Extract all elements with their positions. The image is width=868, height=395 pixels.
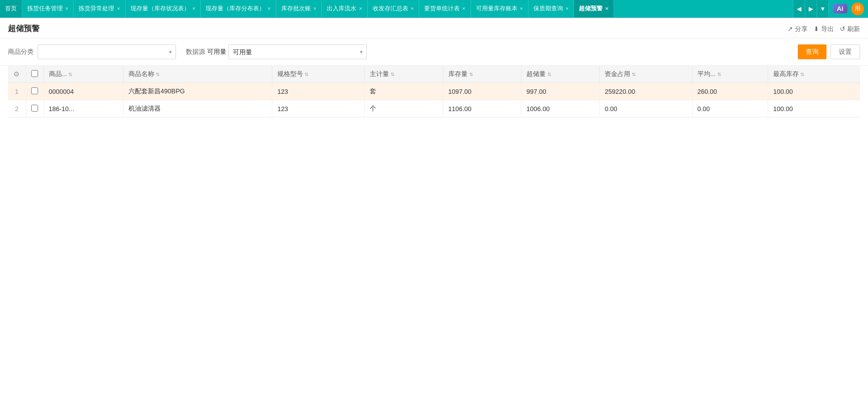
avatar[interactable]: 用 — [851, 2, 864, 15]
datasource-label: 数据源 — [186, 47, 205, 56]
nav-item-label-11: 超储预警 — [579, 4, 603, 13]
nav-close-icon-7[interactable]: × — [411, 6, 414, 11]
ai-badge[interactable]: Ai — [833, 4, 847, 13]
sort-icon-unit: ⇅ — [391, 72, 394, 77]
th-settings: ⚙ — [8, 66, 26, 83]
cell-avg-1: 0.00 — [692, 100, 768, 118]
th-stock[interactable]: 库存量 ⇅ — [443, 66, 521, 83]
datasource-value: 可用量 — [207, 47, 226, 56]
sort-icon-product-code: ⇅ — [68, 72, 72, 77]
select-all-checkbox[interactable] — [31, 70, 38, 77]
th-checkbox — [26, 66, 43, 83]
sort-icon-spec: ⇅ — [304, 72, 308, 77]
nav-close-icon-4[interactable]: × — [267, 6, 270, 11]
sort-icon-avg: ⇅ — [717, 72, 721, 77]
th-spec[interactable]: 规格型号 ⇅ — [272, 66, 365, 83]
nav-item-label-2: 拣货异常处理 — [79, 4, 114, 13]
nav-close-icon-3[interactable]: × — [192, 6, 195, 11]
row-settings-0: 1 — [8, 83, 26, 100]
category-filter: 商品分类 ▾ — [8, 44, 176, 59]
th-product-name[interactable]: 商品名称 ⇅ — [123, 66, 272, 83]
nav-item-label-10: 保质期查询 — [533, 4, 563, 13]
nav-close-icon-8[interactable]: × — [462, 6, 465, 11]
nav-item-label-6: 出入库流水 — [327, 4, 356, 13]
th-avg[interactable]: 平均... ⇅ — [692, 66, 768, 83]
nav-item-3[interactable]: 现存量（库存状况表） × — [126, 0, 201, 18]
cell-spec-0: 123 — [272, 83, 365, 100]
refresh-link[interactable]: ↺ 刷新 — [840, 25, 860, 34]
page-content: 超储预警 ↗ 分享 ⬇ 导出 ↺ 刷新 商品分类 ▾ — [0, 18, 868, 395]
cell-spec-1: 123 — [272, 100, 365, 118]
nav-item-7[interactable]: 收发存汇总表 × — [368, 0, 419, 18]
nav-item-2[interactable]: 拣货异常处理 × — [74, 0, 125, 18]
table-container: ⚙ 商品... ⇅ 商品名称 ⇅ — [0, 66, 868, 118]
cell-max_stock-1: 100.00 — [768, 100, 860, 118]
nav-item-8[interactable]: 要货单统计表 × — [419, 0, 471, 18]
page-actions: ↗ 分享 ⬇ 导出 ↺ 刷新 — [787, 25, 860, 34]
export-link[interactable]: ⬇ 导出 — [814, 25, 834, 34]
nav-item-label-8: 要货单统计表 — [424, 4, 460, 13]
nav-close-icon-9[interactable]: × — [520, 6, 523, 11]
nav-close-icon-6[interactable]: × — [359, 6, 362, 11]
cell-product_code-1: 186-10... — [43, 100, 123, 118]
row-checkbox-cell-1 — [26, 100, 43, 118]
th-capital[interactable]: 资金占用 ⇅ — [600, 66, 692, 83]
nav-next-button[interactable]: ▶ — [805, 0, 817, 18]
settings-button[interactable]: 设置 — [830, 44, 860, 59]
row-checkbox-1[interactable] — [31, 105, 38, 112]
th-overflow[interactable]: 超储量 ⇅ — [521, 66, 600, 83]
top-navigation: 首页拣货任务管理 ×拣货异常处理 ×现存量（库存状况表） ×现存量（库存分布表）… — [0, 0, 868, 18]
page-title: 超储预警 — [8, 24, 40, 34]
datasource-select[interactable]: 可用量 — [228, 44, 367, 59]
nav-prev-button[interactable]: ◀ — [793, 0, 805, 18]
query-button[interactable]: 查询 — [798, 44, 826, 59]
filter-actions: 查询 设置 — [798, 44, 860, 59]
sort-icon-max-stock: ⇅ — [800, 72, 804, 77]
filter-bar: 商品分类 ▾ 数据源 可用量 可用量 ▾ 查询 设置 — [0, 39, 868, 66]
cell-capital-1: 0.00 — [600, 100, 692, 118]
table-row: 2186-10...机油滤清器123个1106.001006.000.000.0… — [8, 100, 860, 118]
export-label: 导出 — [821, 25, 834, 34]
cell-unit-1: 个 — [365, 100, 443, 118]
nav-item-4[interactable]: 现存量（库存分布表） × — [201, 0, 276, 18]
nav-close-icon-11[interactable]: × — [605, 6, 608, 11]
nav-item-label-4: 现存量（库存分布表） — [206, 4, 265, 13]
row-settings-1: 2 — [8, 100, 26, 118]
nav-item-9[interactable]: 可用量库存账本 × — [471, 0, 528, 18]
nav-item-6[interactable]: 出入库流水 × — [322, 0, 367, 18]
nav-close-icon-10[interactable]: × — [565, 6, 568, 11]
nav-more-button[interactable]: ▼ — [817, 0, 828, 18]
table-row: 10000004六配套新昌490BPG123套1097.00997.002592… — [8, 83, 860, 100]
row-checkbox-0[interactable] — [31, 87, 38, 94]
th-unit[interactable]: 主计量 ⇅ — [365, 66, 443, 83]
sort-icon-capital: ⇅ — [632, 72, 636, 77]
cell-overflow-0: 997.00 — [521, 83, 600, 100]
cell-capital-0: 259220.00 — [600, 83, 692, 100]
cell-product_name-1: 机油滤清器 — [123, 100, 272, 118]
nav-item-5[interactable]: 库存批次账 × — [276, 0, 322, 18]
nav-item-1[interactable]: 拣货任务管理 × — [22, 0, 74, 18]
refresh-icon: ↺ — [840, 25, 845, 33]
nav-item-0[interactable]: 首页 — [0, 0, 22, 18]
cell-product_code-0: 0000004 — [43, 83, 123, 100]
page-header: 超储预警 ↗ 分享 ⬇ 导出 ↺ 刷新 — [0, 18, 868, 39]
nav-close-icon-5[interactable]: × — [313, 6, 316, 11]
th-product-code[interactable]: 商品... ⇅ — [43, 66, 123, 83]
nav-arrows: ◀ ▶ ▼ — [793, 0, 828, 18]
share-link[interactable]: ↗ 分享 — [787, 25, 808, 34]
nav-item-11[interactable]: 超储预警 × — [574, 0, 613, 18]
nav-item-label-7: 收发存汇总表 — [373, 4, 408, 13]
nav-close-icon-1[interactable]: × — [65, 6, 68, 11]
category-select[interactable] — [38, 44, 176, 59]
cell-max_stock-0: 100.00 — [768, 83, 860, 100]
nav-item-10[interactable]: 保质期查询 × — [528, 0, 574, 18]
cell-stock-0: 1097.00 — [443, 83, 521, 100]
nav-close-icon-2[interactable]: × — [117, 6, 120, 11]
sort-icon-product-name: ⇅ — [156, 72, 160, 77]
table-gear-icon[interactable]: ⚙ — [13, 70, 20, 78]
cell-stock-1: 1106.00 — [443, 100, 521, 118]
category-label: 商品分类 — [8, 47, 34, 56]
th-max-stock[interactable]: 最高库存 ⇅ — [768, 66, 860, 83]
category-select-wrap: ▾ — [38, 44, 176, 59]
refresh-label: 刷新 — [847, 25, 860, 34]
